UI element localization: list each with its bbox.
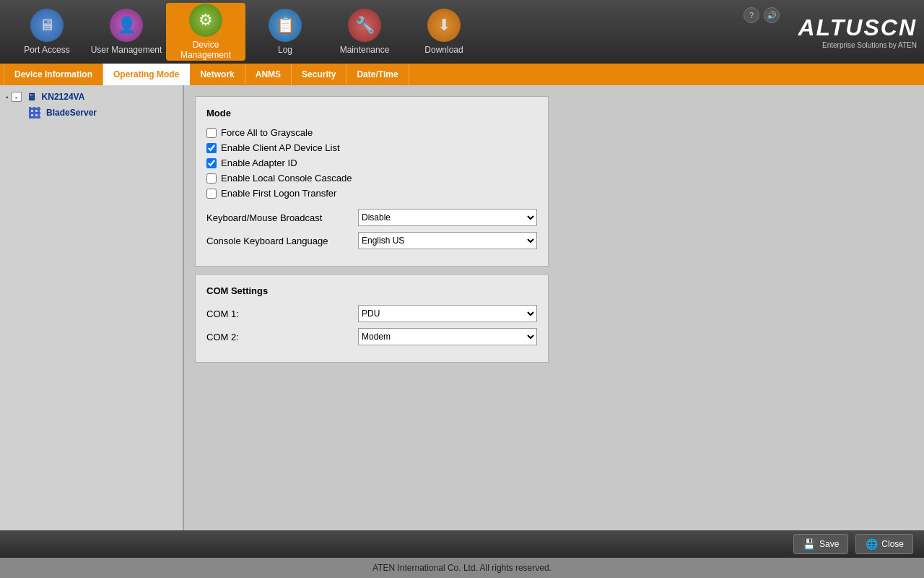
footer: ATEN International Co. Ltd. All rights r… — [0, 558, 924, 578]
checkbox-adapter-id-row: Enable Adapter ID — [206, 158, 537, 168]
nav-log-label: Log — [278, 45, 292, 55]
mode-settings-panel: Mode Force All to Grayscale Enable Clien… — [195, 96, 549, 267]
port-access-icon: 🖥 — [30, 9, 64, 42]
grid-icon — [29, 107, 40, 118]
nav-device-management[interactable]: ⚙ Device Management — [166, 3, 245, 61]
checkbox-first-logon-label: Enable First Logon Transfer — [221, 188, 336, 199]
checkbox-force-grayscale[interactable] — [206, 128, 217, 138]
console-keyboard-lang-row: Console Keyboard Language English US Fre… — [206, 232, 537, 249]
keyboard-mouse-row: Keyboard/Mouse Broadcast Disable Enable — [206, 209, 537, 226]
checkbox-first-logon-row: Enable First Logon Transfer — [206, 188, 537, 199]
mode-section-title: Mode — [206, 108, 537, 118]
save-button[interactable]: 💾 Save — [793, 534, 848, 554]
tree-toggle[interactable]: - — [12, 92, 22, 102]
brand-subtitle: Enterprise Solutions by ATEN — [798, 41, 918, 49]
help-icon[interactable]: ? — [744, 7, 759, 23]
sidebar: ▪ - 🖥 KN2124VA BladeServer — [0, 85, 184, 536]
nav-maintenance-label: Maintenance — [340, 45, 390, 55]
checkbox-local-console-label: Enable Local Console Cascade — [221, 173, 352, 184]
checkbox-local-console-row: Enable Local Console Cascade — [206, 173, 537, 184]
com2-row: COM 2: PDU Modem Console Management — [206, 328, 537, 345]
main-area: ▪ - 🖥 KN2124VA BladeServer Mode Force Al… — [0, 85, 924, 536]
tab-anms[interactable]: ANMS — [245, 64, 292, 85]
nav-device-management-label: Device Management — [166, 40, 245, 60]
checkbox-enable-local-console[interactable] — [206, 173, 217, 184]
checkbox-enable-adapter-id[interactable] — [206, 158, 217, 168]
maintenance-icon: 🔧 — [348, 9, 381, 42]
footer-text: ATEN International Co. Ltd. All rights r… — [372, 563, 552, 573]
sidebar-child-name: BladeServer — [46, 108, 97, 118]
nav-user-management[interactable]: 👤 User Management — [87, 3, 166, 61]
tab-security[interactable]: Security — [292, 64, 346, 85]
sidebar-blade-server[interactable]: BladeServer — [0, 105, 183, 121]
download-icon: ⬇ — [427, 9, 461, 42]
keyboard-mouse-label: Keyboard/Mouse Broadcast — [206, 212, 351, 223]
device-management-icon: ⚙ — [189, 4, 222, 37]
com2-select[interactable]: PDU Modem Console Management — [358, 328, 537, 345]
nav-download-label: Download — [424, 45, 463, 55]
nav-port-access[interactable]: 🖥 Port Access — [7, 3, 87, 61]
nav-user-management-label: User Management — [91, 45, 162, 55]
content-panel: Mode Force All to Grayscale Enable Clien… — [184, 85, 924, 536]
bottom-action-bar: 💾 Save 🌐 Close — [0, 530, 924, 558]
checkbox-enable-client-ap[interactable] — [206, 143, 217, 153]
nav-log[interactable]: 📋 Log — [245, 3, 325, 61]
close-icon: 🌐 — [865, 538, 878, 551]
console-keyboard-lang-select[interactable]: English US French German Japanese Korean — [358, 232, 537, 249]
close-button[interactable]: 🌐 Close — [855, 534, 913, 554]
checkbox-client-ap-label: Enable Client AP Device List — [221, 142, 340, 153]
tab-device-info[interactable]: Device Information — [4, 64, 103, 85]
tab-network[interactable]: Network — [190, 64, 245, 85]
user-management-icon: 👤 — [110, 9, 143, 42]
keyboard-mouse-select[interactable]: Disable Enable — [358, 209, 537, 226]
com1-label: COM 1: — [206, 309, 351, 319]
nav-maintenance[interactable]: 🔧 Maintenance — [325, 3, 404, 61]
nav-download[interactable]: ⬇ Download — [404, 3, 484, 61]
com1-row: COM 1: PDU Modem Console Management — [206, 305, 537, 322]
brand-name: ALTUSCN — [798, 14, 918, 41]
log-icon: 📋 — [269, 9, 302, 42]
tab-operating-mode[interactable]: Operating Mode — [103, 64, 190, 85]
checkbox-client-ap-row: Enable Client AP Device List — [206, 142, 537, 153]
checkbox-adapter-id-label: Enable Adapter ID — [221, 158, 297, 168]
speaker-icon[interactable]: 🔊 — [764, 7, 780, 23]
tab-bar: Device Information Operating Mode Networ… — [0, 64, 924, 85]
tab-datetime[interactable]: Date/Time — [346, 64, 409, 85]
checkbox-force-grayscale-label: Force All to Grayscale — [221, 127, 313, 138]
top-nav: 🖥 Port Access 👤 User Management ⚙ Device… — [0, 0, 924, 64]
logo-icons-area: ? 🔊 — [744, 7, 780, 23]
checkbox-enable-first-logon[interactable] — [206, 189, 217, 199]
nav-port-access-label: Port Access — [24, 45, 69, 55]
monitor-icon: 🖥 — [26, 91, 38, 103]
com2-label: COM 2: — [206, 332, 351, 342]
com-settings-panel: COM Settings COM 1: PDU Modem Console Ma… — [195, 274, 549, 363]
checkbox-force-grayscale-row: Force All to Grayscale — [206, 127, 537, 138]
com-section-title: COM Settings — [206, 285, 537, 296]
sidebar-device-name: KN2124VA — [42, 92, 85, 102]
com1-select[interactable]: PDU Modem Console Management — [358, 305, 537, 322]
aten-logo: ALTUSCN Enterprise Solutions by ATEN — [798, 14, 918, 49]
console-keyboard-lang-label: Console Keyboard Language — [206, 236, 351, 246]
save-icon: 💾 — [803, 538, 816, 551]
sidebar-device-root[interactable]: ▪ - 🖥 KN2124VA — [0, 89, 183, 105]
